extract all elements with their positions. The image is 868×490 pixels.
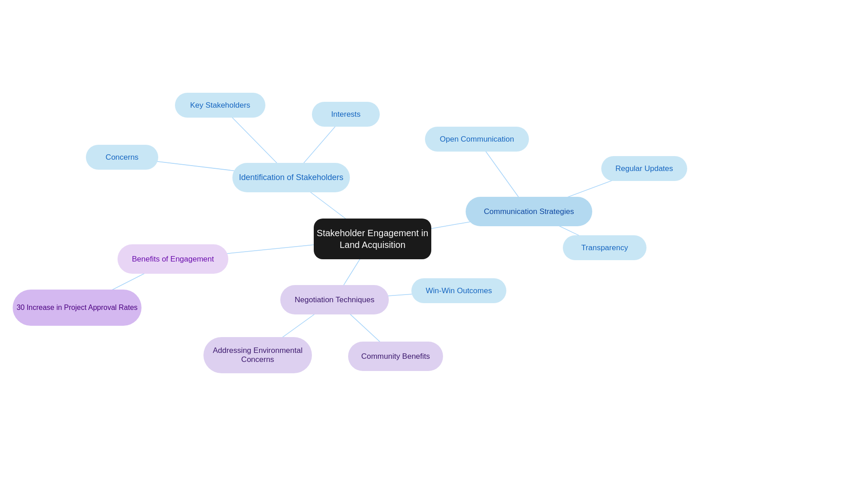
communication-strategies-node[interactable]: Communication Strategies xyxy=(466,197,592,226)
communication-strategies-label: Communication Strategies xyxy=(484,207,574,216)
interests-label: Interests xyxy=(331,110,360,119)
community-benefits-label: Community Benefits xyxy=(361,352,430,361)
identification-node[interactable]: Identification of Stakeholders xyxy=(232,163,350,192)
negotiation-techniques-label: Negotiation Techniques xyxy=(295,295,374,304)
transparency-node[interactable]: Transparency xyxy=(563,235,646,260)
addressing-environmental-label: Addressing Environmental Concerns xyxy=(207,346,308,364)
key-stakeholders-node[interactable]: Key Stakeholders xyxy=(175,93,265,118)
increase-approval-label: 30 Increase in Project Approval Rates xyxy=(17,304,138,312)
increase-approval-node[interactable]: 30 Increase in Project Approval Rates xyxy=(13,290,142,326)
concerns-node[interactable]: Concerns xyxy=(86,145,158,170)
regular-updates-label: Regular Updates xyxy=(615,164,673,173)
community-benefits-node[interactable]: Community Benefits xyxy=(348,342,443,371)
addressing-environmental-node[interactable]: Addressing Environmental Concerns xyxy=(203,337,312,373)
win-win-outcomes-label: Win-Win Outcomes xyxy=(426,286,492,295)
win-win-outcomes-node[interactable]: Win-Win Outcomes xyxy=(411,278,506,303)
concerns-label: Concerns xyxy=(106,153,139,162)
negotiation-techniques-node[interactable]: Negotiation Techniques xyxy=(280,285,389,314)
benefits-engagement-label: Benefits of Engagement xyxy=(132,255,214,264)
center-node[interactable]: Stakeholder Engagement in Land Acquisiti… xyxy=(314,219,431,259)
regular-updates-node[interactable]: Regular Updates xyxy=(601,156,687,181)
key-stakeholders-label: Key Stakeholders xyxy=(190,101,250,110)
interests-node[interactable]: Interests xyxy=(312,102,380,127)
identification-label: Identification of Stakeholders xyxy=(239,173,343,182)
open-communication-label: Open Communication xyxy=(440,135,514,144)
transparency-label: Transparency xyxy=(581,243,628,252)
benefits-engagement-node[interactable]: Benefits of Engagement xyxy=(118,244,228,274)
center-label: Stakeholder Engagement in Land Acquisiti… xyxy=(317,227,429,251)
open-communication-node[interactable]: Open Communication xyxy=(425,127,529,152)
